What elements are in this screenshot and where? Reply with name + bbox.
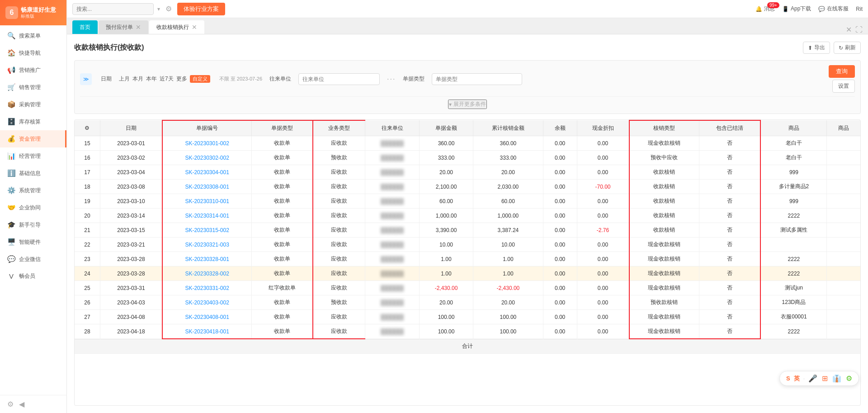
table-row: 16 2023-03-02 SK-20230302-002 收款单 预收款 ██… xyxy=(75,151,860,165)
th-date[interactable]: 日期 xyxy=(100,120,162,136)
cell-include-settled: 否 xyxy=(699,324,760,339)
doc-no-link[interactable]: SK-20230418-001 xyxy=(185,328,229,335)
th-product2[interactable]: 商品 xyxy=(827,120,860,136)
date-opt-this-year[interactable]: 本年 xyxy=(146,75,157,83)
th-partner-visible[interactable]: 往来单位 xyxy=(365,120,420,136)
topbar-dropdown-arrow[interactable]: ▾ xyxy=(157,6,160,12)
doc-no-link[interactable]: SK-20230302-002 xyxy=(185,155,229,161)
tab-prepay[interactable]: 预付应付单 ✕ xyxy=(99,20,148,34)
microphone-icon[interactable]: 🎤 xyxy=(808,374,817,383)
app-download-button[interactable]: 📱 App下载 xyxy=(782,5,811,13)
sidebar-item-search[interactable]: 🔍搜索菜单 xyxy=(0,27,66,44)
cell-product: 老白干 xyxy=(760,151,827,165)
cell-total-cancel: 1.00 xyxy=(473,266,543,281)
grid-icon[interactable]: ⊞ xyxy=(822,374,828,383)
sidebar-item-system[interactable]: ⚙️系统管理 xyxy=(0,182,66,199)
sidebar-item-inventory[interactable]: 🗄️库存核算 xyxy=(0,113,66,130)
partner-input[interactable] xyxy=(298,73,380,85)
doc-no-link[interactable]: SK-20230331-002 xyxy=(185,285,229,291)
settings-button[interactable]: 设置 xyxy=(832,80,855,93)
cell-amount: 1.00 xyxy=(419,252,473,266)
cell-biz-type: 应收款 xyxy=(313,324,365,339)
cell-biz-type: 应收款 xyxy=(313,237,365,252)
logo-sub: 标推版 xyxy=(21,14,56,19)
doc-no-link[interactable]: SK-20230308-001 xyxy=(185,184,229,190)
export-icon: ⬆ xyxy=(808,45,812,51)
filter-bar: ≫ 日期 上月 本月 本年 近7天 更多 自定义 不限 至 2023-07-26… xyxy=(74,60,861,114)
cell-cancel-type: 收款核销 xyxy=(629,165,699,180)
sidebar-item-business[interactable]: 📊经营管理 xyxy=(0,147,66,165)
refresh-button[interactable]: ↻ 刷新 xyxy=(834,42,861,54)
doc-no-link[interactable]: SK-20230301-002 xyxy=(185,140,229,147)
cell-amount: -2,430.00 xyxy=(419,281,473,295)
window-close-btn[interactable]: ✕ xyxy=(846,25,852,34)
cell-doc-no: SK-20230321-003 xyxy=(162,237,252,252)
th-settings[interactable]: ⚙ xyxy=(75,120,100,136)
doc-no-link[interactable]: SK-20230314-001 xyxy=(185,213,229,219)
tab-home[interactable]: 首页 xyxy=(72,20,98,34)
sidebar-item-finance[interactable]: 💰资金管理 xyxy=(0,130,66,147)
user-name[interactable]: Rit xyxy=(856,6,863,12)
message-button[interactable]: 🔔 消息 99+ xyxy=(755,5,775,13)
shirt-icon[interactable]: 👔 xyxy=(832,374,841,383)
th-cancel-type[interactable]: 核销类型 xyxy=(629,120,699,136)
doc-no-link[interactable]: SK-20230328-001 xyxy=(185,256,229,262)
cell-discount: 0.00 xyxy=(577,151,629,165)
sidebar-item-vip[interactable]: V畅会员 xyxy=(0,268,66,285)
sidebar-item-basic[interactable]: ℹ️基础信息 xyxy=(0,165,66,182)
date-custom-button[interactable]: 自定义 xyxy=(190,75,210,83)
cell-biz-type: 应收款 xyxy=(313,252,365,266)
settings-bottom-icon[interactable]: ⚙ xyxy=(7,400,14,408)
date-opt-more[interactable]: 更多 xyxy=(176,75,187,83)
th-biz-type[interactable]: 业务类型 xyxy=(313,120,365,136)
online-service-button[interactable]: 💬 在线客服 xyxy=(818,5,849,13)
date-opt-7days[interactable]: 近7天 xyxy=(160,75,174,83)
topbar-settings-icon[interactable]: ⚙ xyxy=(165,5,172,13)
sidebar-label-system: 系统管理 xyxy=(19,187,41,195)
date-opt-last-month[interactable]: 上月 xyxy=(119,75,130,83)
topbar-search-input[interactable] xyxy=(72,3,154,15)
th-doc-type[interactable]: 单据类型 xyxy=(252,120,313,136)
cell-cancel-type: 现金收款核销 xyxy=(629,310,699,324)
th-balance[interactable]: 余额 xyxy=(543,120,577,136)
query-button[interactable]: 查询 xyxy=(829,65,855,78)
tab-collect[interactable]: 收款核销执行 ✕ xyxy=(149,20,204,34)
doc-no-link[interactable]: SK-20230315-002 xyxy=(185,227,229,233)
date-opt-this-month[interactable]: 本月 xyxy=(132,75,143,83)
table-row: 24 2023-03-28 SK-20230328-002 收款单 应收款 ██… xyxy=(75,266,860,281)
sidebar-item-corp[interactable]: 🤝企业协同 xyxy=(0,199,66,216)
window-expand-btn[interactable]: ⛶ xyxy=(855,26,863,34)
doc-no-link[interactable]: SK-20230321-003 xyxy=(185,242,229,248)
th-doc-no[interactable]: 单据编号 xyxy=(162,120,252,136)
cell-doc-type: 收款单 xyxy=(252,223,313,237)
collapse-icon[interactable]: ◀ xyxy=(19,400,24,408)
tab-collect-close[interactable]: ✕ xyxy=(192,24,197,31)
export-button[interactable]: ⬆ 导出 xyxy=(803,42,830,54)
sidebar-item-sales[interactable]: 🛒销售管理 xyxy=(0,79,66,96)
sidebar-item-hardware[interactable]: 🖥️智能硬件 xyxy=(0,233,66,251)
sidebar-item-quicknav[interactable]: 🏠快捷导航 xyxy=(0,44,66,62)
th-total-cancel[interactable]: 累计核销金额 xyxy=(473,120,543,136)
th-include-settled[interactable]: 包含已结清 xyxy=(699,120,760,136)
filter-expand-button[interactable]: ≫ xyxy=(80,73,92,85)
solution-button[interactable]: 体验行业方案 xyxy=(177,3,225,15)
doc-no-link[interactable]: SK-20230408-001 xyxy=(185,314,229,320)
th-product[interactable]: 商品 xyxy=(760,120,827,136)
sidebar-item-purchase[interactable]: 📦采购管理 xyxy=(0,96,66,113)
cell-cancel-type: 现金收款核销 xyxy=(629,266,699,281)
doc-no-link[interactable]: SK-20230328-002 xyxy=(185,271,229,277)
cell-doc-no: SK-20230328-001 xyxy=(162,252,252,266)
doc-no-link[interactable]: SK-20230403-002 xyxy=(185,299,229,306)
sidebar-item-marketing[interactable]: 📢营销推广 xyxy=(0,62,66,79)
expand-more-button[interactable]: ▾ 展开更多条件 xyxy=(448,100,487,109)
th-amount[interactable]: 单据金额 xyxy=(419,120,473,136)
doc-no-link[interactable]: SK-20230304-001 xyxy=(185,169,229,176)
doc-type-input[interactable] xyxy=(432,73,522,85)
th-discount[interactable]: 现金折扣 xyxy=(577,120,629,136)
tab-prepay-close[interactable]: ✕ xyxy=(136,24,141,31)
sidebar-item-wechat[interactable]: 💬企业微信 xyxy=(0,251,66,268)
doc-no-link[interactable]: SK-20230310-001 xyxy=(185,198,229,204)
cell-product: 999 xyxy=(760,165,827,180)
apps-icon[interactable]: ⚙ xyxy=(846,374,852,383)
sidebar-item-guide[interactable]: 🎓新手引导 xyxy=(0,216,66,233)
